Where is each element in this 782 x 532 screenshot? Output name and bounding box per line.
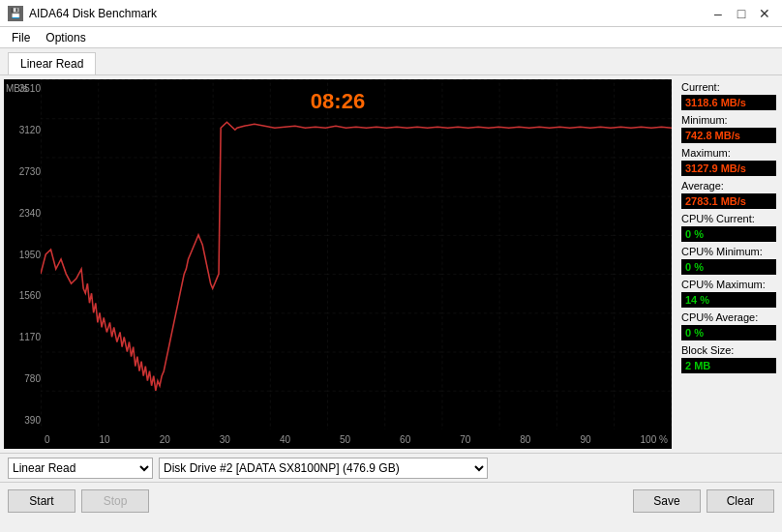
tab-linear-read[interactable]: Linear Read (8, 52, 96, 74)
maximum-value: 3127.9 MB/s (681, 161, 776, 176)
stop-button[interactable]: Stop (81, 489, 149, 513)
x-label-30: 30 (220, 434, 230, 445)
svg-rect-0 (41, 79, 672, 429)
minimum-label: Minimum: (681, 114, 776, 126)
test-type-dropdown[interactable]: Linear Read (8, 458, 153, 479)
cpu-maximum-label: CPU% Maximum: (681, 279, 776, 290)
menu-bar: File Options (0, 27, 782, 48)
right-buttons: Save Clear (633, 489, 774, 513)
stats-panel: Current: 3118.6 MB/s Minimum: 742.8 MB/s… (676, 75, 782, 453)
cpu-minimum-label: CPU% Minimum: (681, 246, 776, 257)
app-icon: 💾 (8, 6, 23, 21)
y-label-1170: 1170 (6, 332, 41, 342)
y-label-780: 780 (6, 373, 41, 384)
cpu-current-value: 0 % (681, 226, 776, 242)
x-label-20: 20 (160, 434, 170, 445)
current-value: 3118.6 MB/s (681, 95, 776, 110)
start-button[interactable]: Start (8, 489, 75, 513)
cpu-minimum-value: 0 % (681, 259, 776, 275)
y-label-2340: 2340 (6, 208, 41, 219)
x-axis: 0 10 20 30 40 50 60 70 80 90 100 % (41, 429, 672, 449)
title-bar: 💾 AIDA64 Disk Benchmark – □ ✕ (0, 0, 782, 27)
y-label-1950: 1950 (6, 250, 41, 260)
cpu-current-label: CPU% Current: (681, 213, 776, 224)
menu-file[interactable]: File (4, 29, 38, 46)
average-value: 2783.1 MB/s (681, 193, 776, 209)
cpu-average-value: 0 % (681, 325, 776, 340)
chart-svg (41, 79, 672, 429)
y-label-390: 390 (6, 415, 41, 426)
bottom-dropdowns: Linear Read Disk Drive #2 [ADATA SX8100N… (0, 453, 782, 482)
block-size-label: Block Size: (681, 344, 776, 356)
block-size-value: 2 MB (681, 358, 776, 373)
y-label-3120: 3120 (6, 125, 41, 135)
minimize-button[interactable]: – (708, 4, 728, 23)
chart-area: MB/s 3510 3120 2730 2340 1950 1560 1170 … (4, 79, 672, 449)
cpu-maximum-value: 14 % (681, 292, 776, 308)
current-label: Current: (681, 81, 776, 93)
average-label: Average: (681, 180, 776, 192)
window-title: AIDA64 Disk Benchmark (29, 7, 157, 20)
minimum-value: 742.8 MB/s (681, 128, 776, 143)
maximize-button[interactable]: □ (732, 4, 751, 23)
main-content: MB/s 3510 3120 2730 2340 1950 1560 1170 … (0, 75, 782, 453)
x-label-100: 100 % (641, 434, 668, 445)
disk-dropdown[interactable]: Disk Drive #2 [ADATA SX8100NP] (476.9 GB… (159, 458, 488, 479)
tab-bar: Linear Read (0, 48, 782, 75)
y-axis: 3510 3120 2730 2340 1950 1560 1170 780 3… (4, 79, 41, 429)
cpu-average-label: CPU% Average: (681, 311, 776, 323)
x-label-70: 70 (460, 434, 470, 445)
bottom-actions: Start Stop Save Clear (0, 482, 782, 518)
x-label-60: 60 (400, 434, 410, 445)
x-label-0: 0 (45, 434, 50, 445)
x-label-90: 90 (580, 434, 590, 445)
close-button[interactable]: ✕ (755, 4, 774, 23)
left-buttons: Start Stop (8, 489, 149, 513)
save-button[interactable]: Save (633, 489, 701, 513)
menu-options[interactable]: Options (38, 29, 93, 46)
x-label-50: 50 (340, 434, 350, 445)
window-controls: – □ ✕ (708, 4, 774, 23)
x-label-10: 10 (100, 434, 110, 445)
maximum-label: Maximum: (681, 147, 776, 159)
x-label-40: 40 (280, 434, 290, 445)
clear-button[interactable]: Clear (707, 489, 774, 513)
y-label-3510: 3510 (6, 83, 41, 94)
y-label-2730: 2730 (6, 166, 41, 177)
x-label-80: 80 (520, 434, 530, 445)
y-label-1560: 1560 (6, 290, 41, 301)
